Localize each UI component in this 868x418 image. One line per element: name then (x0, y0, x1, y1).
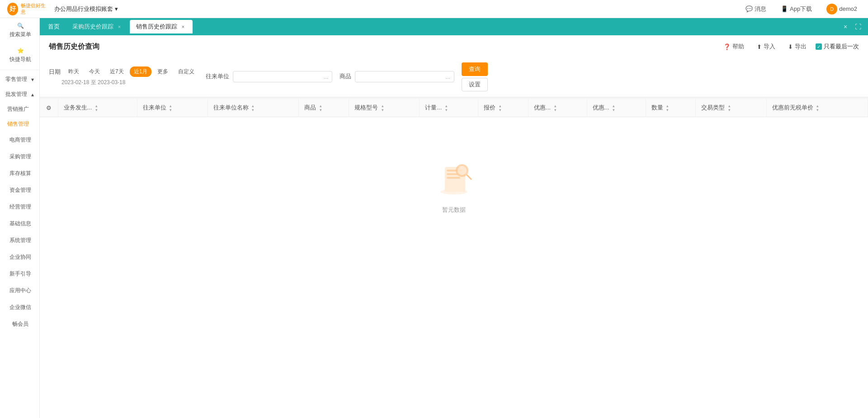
content-area: 首页 采购历史价跟踪 × 销售历史价跟踪 × × ⛶ 销售历史价查询 (40, 18, 868, 418)
sidebar-item-retail[interactable]: 零售管理 ▾ (0, 72, 39, 87)
col-trade-type[interactable]: 交易类型 ▴▾ (696, 99, 766, 117)
page-content: 销售历史价查询 ❓ 帮助 ⬆ 导入 ⬇ 导出 (40, 35, 868, 418)
product-field: 商品 ... (340, 71, 454, 82)
import-icon: ⬆ (757, 43, 762, 50)
sort-icon-unit: ▴▾ (445, 104, 448, 112)
tab-sales-history-label: 销售历史价跟踪 (136, 23, 177, 31)
sort-icon-price: ▴▾ (499, 104, 501, 112)
app-selector-label: 办公用品行业模拟账套 (54, 5, 113, 13)
sidebar-item-search[interactable]: 🔍 搜索菜单 (0, 18, 39, 43)
maximize-btn[interactable]: ⛶ (854, 22, 863, 31)
sidebar-item-finance[interactable]: 资金管理 (0, 182, 39, 199)
col-product[interactable]: 商品 ▴▾ (299, 99, 349, 117)
empty-illustration (431, 153, 476, 199)
sidebar-item-operation[interactable]: 经营管理 (0, 199, 39, 215)
page-title-row: 销售历史价查询 ❓ 帮助 ⬆ 导入 ⬇ 导出 (49, 41, 859, 52)
logo-area: 好 畅捷信好生意 (7, 3, 47, 15)
query-button[interactable]: 查询 (462, 62, 488, 76)
col-price[interactable]: 报价 ▴▾ (478, 99, 528, 117)
sidebar-item-ecommerce[interactable]: 电商管理 (0, 132, 39, 148)
col-unit[interactable]: 计量... ▴▾ (420, 99, 478, 117)
partner-label: 往来单位 (206, 72, 229, 81)
sidebar-item-inventory[interactable]: 库存核算 (0, 165, 39, 182)
product-input[interactable]: ... (355, 71, 454, 82)
col-spec[interactable]: 规格型号 ▴▾ (349, 99, 420, 117)
sidebar-item-system[interactable]: 系统管理 (0, 232, 39, 249)
sidebar-item-appcenter[interactable]: 应用中心 (0, 282, 39, 299)
user-name: demo2 (839, 5, 857, 12)
sidebar-item-enterprise[interactable]: 企业协同 (0, 249, 39, 266)
header-left: 好 畅捷信好生意 办公用品行业模拟账套 ▾ (7, 3, 122, 15)
chevron-down-icon: ▾ (31, 76, 34, 83)
sidebar-item-sales[interactable]: 销售管理 (0, 117, 39, 132)
close-tab-btn[interactable]: × (841, 22, 850, 31)
sort-icon-biz-date: ▴▾ (95, 104, 98, 112)
tab-sales-history[interactable]: 销售历史价跟踪 × (130, 20, 193, 33)
sidebar-item-marketing[interactable]: 营销推广 (0, 102, 39, 117)
sort-icon-qty: ▴▾ (666, 104, 669, 112)
page-title-actions: ❓ 帮助 ⬆ 导入 ⬇ 导出 ✓ 只看最后一次 (720, 41, 859, 52)
logo-text: 畅捷信好生意 (21, 3, 47, 14)
sidebar-item-member[interactable]: 畅会员 (0, 316, 39, 332)
col-qty[interactable]: 数量 ▴▾ (646, 99, 696, 117)
sidebar-item-quicknav[interactable]: ⭐ 快捷导航 (0, 43, 39, 68)
header-right: 💬 消息 📱 App下载 D demo2 (742, 2, 861, 16)
only-last-checkbox[interactable]: ✓ (816, 43, 822, 50)
tab-sales-history-close[interactable]: × (180, 24, 186, 30)
sidebar-item-wechat[interactable]: 企业微信 (0, 299, 39, 316)
date-btn-today[interactable]: 今天 (85, 66, 104, 77)
avatar: D (826, 4, 837, 14)
date-btn-last7[interactable]: 近7天 (106, 66, 128, 77)
tab-home[interactable]: 首页 (42, 20, 66, 33)
partner-input[interactable]: ... (233, 71, 332, 82)
tab-bar: 首页 采购历史价跟踪 × 销售历史价跟踪 × × ⛶ (40, 18, 868, 35)
page-title: 销售历史价查询 (49, 42, 99, 52)
message-btn[interactable]: 💬 消息 (742, 3, 770, 15)
svg-line-7 (467, 175, 471, 179)
sidebar-item-basic[interactable]: 基础信息 (0, 215, 39, 232)
col-partner-name[interactable]: 往来单位名称 ▴▾ (208, 99, 299, 117)
help-btn[interactable]: ❓ 帮助 (720, 41, 748, 52)
app-download-btn[interactable]: 📱 App下载 (777, 3, 816, 15)
sort-icon-product: ▴▾ (320, 104, 322, 112)
partner-field: 往来单位 ... (206, 71, 332, 82)
date-btn-yesterday[interactable]: 昨天 (64, 66, 83, 77)
chevron-down-icon: ▾ (115, 5, 118, 12)
sort-icon-discount2: ▴▾ (613, 104, 615, 112)
col-partner-code[interactable]: 往来单位 ▴▾ (137, 99, 208, 117)
col-pretax-price[interactable]: 优惠前无税单价 ▴▾ (766, 99, 868, 117)
date-btn-last1m[interactable]: 近1月 (130, 66, 152, 77)
sidebar: 🔍 搜索菜单 ⭐ 快捷导航 零售管理 ▾ 批发管理 ▴ 营销推广 销售管理 电商… (0, 18, 40, 418)
page-header: 销售历史价查询 ❓ 帮助 ⬆ 导入 ⬇ 导出 (40, 35, 868, 97)
sidebar-item-wholesale[interactable]: 批发管理 ▴ (0, 87, 39, 102)
date-btn-custom[interactable]: 自定义 (174, 66, 198, 77)
tab-purchase-history-label: 采购历史价跟踪 (72, 23, 113, 31)
date-filter: 日期 昨天 今天 近7天 近1月 更多 自定义 2023-02-18 至 202… (49, 66, 198, 86)
tab-purchase-history[interactable]: 采购历史价跟踪 × (66, 20, 129, 33)
sort-icon-discount1: ▴▾ (554, 104, 557, 112)
empty-text: 暂元数据 (442, 206, 466, 214)
product-label: 商品 (340, 72, 351, 81)
sort-icon-partner-code: ▴▾ (170, 104, 172, 112)
tab-purchase-history-close[interactable]: × (116, 24, 123, 30)
svg-rect-3 (447, 173, 458, 175)
col-discount2[interactable]: 优惠... ▴▾ (587, 99, 646, 117)
search-icon: 🔍 (17, 23, 24, 29)
col-settings[interactable]: ⚙ (40, 99, 58, 117)
col-discount1[interactable]: 优惠... ▴▾ (528, 99, 587, 117)
sidebar-divider (0, 70, 39, 70)
sidebar-item-guide[interactable]: 新手引导 (0, 266, 39, 282)
user-menu-btn[interactable]: D demo2 (823, 2, 861, 16)
svg-point-6 (458, 166, 467, 175)
sort-icon-pretax-price: ▴▾ (816, 104, 819, 112)
sidebar-item-purchase[interactable]: 采购管理 (0, 148, 39, 165)
help-icon: ❓ (723, 43, 731, 50)
sort-icon-trade-type: ▴▾ (728, 104, 731, 112)
setting-button[interactable]: 设置 (462, 78, 488, 91)
only-last-checkbox-area: ✓ 只看最后一次 (816, 43, 859, 51)
col-biz-date[interactable]: 业务发生... ▴▾ (58, 99, 137, 117)
export-btn[interactable]: ⬇ 导出 (784, 41, 810, 52)
app-selector[interactable]: 办公用品行业模拟账套 ▾ (51, 3, 122, 15)
import-btn[interactable]: ⬆ 导入 (753, 41, 779, 52)
date-btn-more[interactable]: 更多 (153, 66, 172, 77)
